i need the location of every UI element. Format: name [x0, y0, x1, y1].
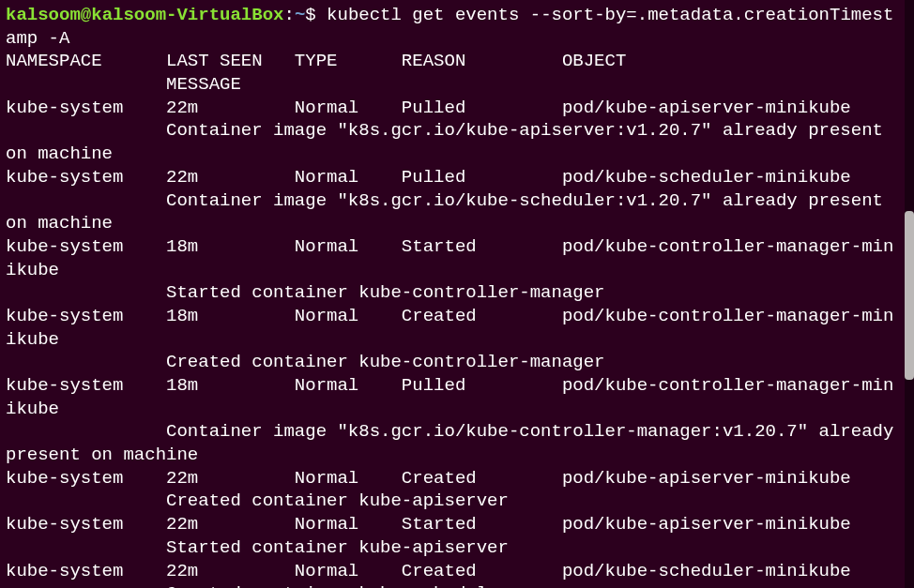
prompt-host: kalsoom-VirtualBox [91, 5, 283, 25]
prompt-dollar: $ [305, 5, 327, 25]
scrollbar-track[interactable] [905, 0, 914, 588]
prompt-at: @ [81, 5, 91, 25]
terminal-output[interactable]: kalsoom@kalsoom-VirtualBox:~$ kubectl ge… [6, 4, 903, 588]
prompt-path: ~ [295, 5, 305, 25]
scrollbar-thumb[interactable] [905, 211, 914, 380]
prompt-colon: : [283, 5, 294, 25]
prompt-user: kalsoom [6, 5, 81, 25]
events-table: NAMESPACE LAST SEEN TYPE REASON OBJECT M… [6, 51, 905, 588]
